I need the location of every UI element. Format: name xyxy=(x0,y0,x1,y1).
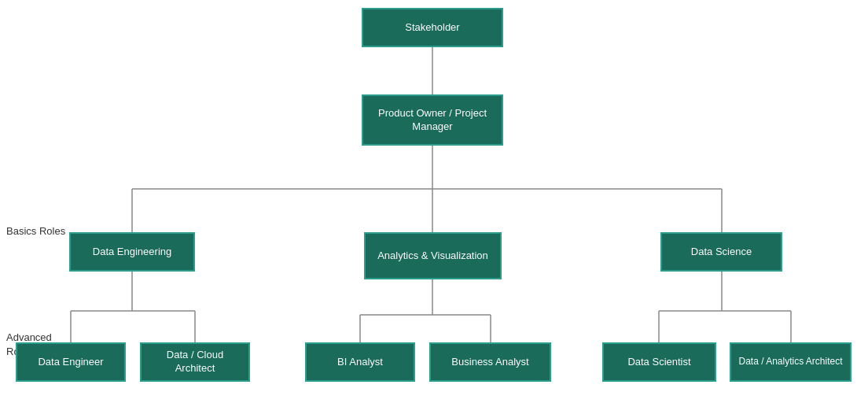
analytics-viz-node: Analytics & Visualization xyxy=(364,232,502,279)
data-scientist-node: Data Scientist xyxy=(602,342,716,382)
cloud-architect-node: Data / Cloud Architect xyxy=(140,342,250,382)
business-analyst-node: Business Analyst xyxy=(429,342,551,382)
basics-roles-label: Basics Roles xyxy=(6,224,65,238)
analytics-architect-node: Data / Analytics Architect xyxy=(730,342,851,382)
data-science-node: Data Science xyxy=(660,232,782,272)
data-engineer-node: Data Engineer xyxy=(16,342,126,382)
stakeholder-node: Stakeholder xyxy=(362,8,503,47)
org-chart: Basics Roles AdvancedRoles Stakeholder P… xyxy=(0,0,868,403)
product-owner-node: Product Owner / Project Manager xyxy=(362,94,503,146)
data-engineering-node: Data Engineering xyxy=(69,232,195,272)
bi-analyst-node: BI Analyst xyxy=(305,342,415,382)
